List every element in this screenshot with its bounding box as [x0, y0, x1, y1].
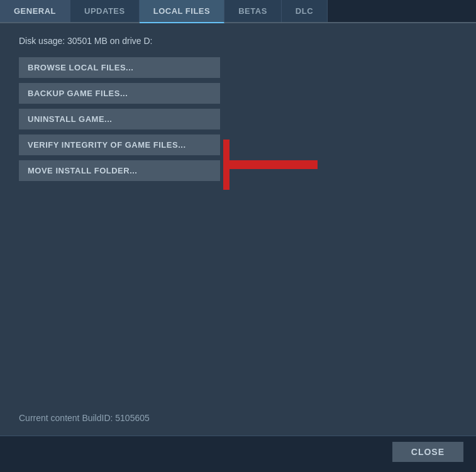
build-id-label: Current content BuildID: 5105605 [19, 413, 150, 423]
backup-game-files-button[interactable]: BACKUP GAME FILES... [19, 83, 220, 104]
tab-updates[interactable]: UPDATES [70, 0, 140, 22]
disk-usage-label: Disk usage: 30501 MB on drive D: [19, 36, 457, 46]
tab-betas[interactable]: BETAS [224, 0, 282, 22]
move-install-folder-button[interactable]: MOVE INSTALL FOLDER... [19, 160, 220, 181]
uninstall-game-button[interactable]: UNINSTALL GAME... [19, 109, 220, 129]
footer: CLOSE [0, 436, 476, 467]
close-button[interactable]: CLOSE [392, 442, 463, 462]
verify-integrity-button[interactable]: VERIFY INTEGRITY OF GAME FILES... [19, 134, 220, 155]
tab-local-files[interactable]: LOCAL FILES [140, 0, 224, 23]
browse-local-files-button[interactable]: BROWSE LOCAL FILES... [19, 57, 220, 78]
tab-bar: GENERAL UPDATES LOCAL FILES BETAS DLC [0, 0, 476, 23]
main-content: Disk usage: 30501 MB on drive D: BROWSE … [0, 23, 476, 436]
tab-dlc[interactable]: DLC [282, 0, 328, 22]
tab-general[interactable]: GENERAL [0, 0, 70, 22]
arrow-annotation [223, 140, 324, 192]
